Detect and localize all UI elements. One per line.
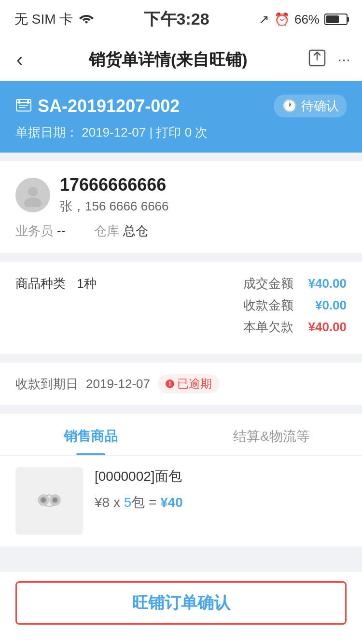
- product-qty: 5: [124, 495, 132, 510]
- svg-point-5: [28, 187, 38, 196]
- bottom-bar: 旺铺订单确认: [0, 571, 362, 644]
- salesperson-value: --: [57, 224, 65, 238]
- product-item: [0000002]面包 ¥8 x 5包 = ¥40: [15, 467, 347, 535]
- more-icon[interactable]: ···: [337, 51, 350, 69]
- deal-amount-label: 成交金额: [243, 275, 293, 292]
- product-image: [15, 467, 83, 535]
- status-right: ↗ ⏰ 66%: [259, 12, 348, 27]
- battery-percentage: 66%: [294, 12, 320, 27]
- owed-amount-value: ¥40.00: [308, 320, 347, 335]
- owed-amount-row: 本单欠款 ¥40.00: [243, 319, 347, 336]
- order-date: 单据日期： 2019-12-07 | 打印 0 次: [15, 124, 347, 141]
- customer-phone: 17666666666: [60, 175, 169, 195]
- warehouse-value: 总仓: [123, 223, 148, 239]
- customer-info: 17666666666 张，156 6666 6666: [60, 175, 169, 215]
- carrier-text: 无 SIM 卡: [14, 10, 73, 28]
- svg-rect-4: [27, 100, 29, 104]
- owed-amount-label: 本单欠款: [243, 319, 293, 336]
- wifi-icon: [79, 12, 94, 27]
- product-info: [0000002]面包 ¥8 x 5包 = ¥40: [95, 467, 347, 512]
- order-icon: [15, 96, 32, 116]
- tab-sales-products[interactable]: 销售商品: [0, 414, 181, 455]
- nav-bar: ‹ 销货单详情(来自旺铺) ···: [0, 39, 362, 81]
- warehouse-label: 仓库: [94, 223, 119, 239]
- clock-icon: 🕐: [282, 98, 297, 113]
- product-total: ¥40: [160, 495, 183, 510]
- salesperson-label: 业务员: [15, 223, 53, 239]
- svg-point-11: [42, 498, 45, 502]
- summary-content: 商品种类 1种 成交金额 ¥40.00 收款金额 ¥0.00 本单欠款 ¥40.…: [0, 262, 362, 354]
- tabs-section: 销售商品 结算&物流等: [0, 414, 362, 546]
- battery-icon: [324, 14, 348, 25]
- product-type-row: 商品种类 1种: [15, 275, 97, 292]
- customer-name: 张，156 6666 6666: [60, 198, 169, 215]
- summary-section: 商品种类 1种 成交金额 ¥40.00 收款金额 ¥0.00 本单欠款 ¥40.…: [0, 262, 362, 354]
- received-amount-label: 收款金额: [243, 297, 293, 314]
- page-title: 销货单详情(来自旺铺): [89, 49, 248, 71]
- order-id: SA-20191207-002: [15, 96, 180, 116]
- status-left: 无 SIM 卡: [14, 10, 94, 28]
- order-header-banner: SA-20191207-002 🕐 待确认 单据日期： 2019-12-07 |…: [0, 81, 362, 153]
- svg-point-12: [53, 498, 57, 502]
- svg-rect-3: [18, 100, 20, 104]
- received-amount-row: 收款金额 ¥0.00: [243, 297, 347, 314]
- svg-point-0: [85, 21, 88, 24]
- status-bar: 无 SIM 卡 下午3:28 ↗ ⏰ 66%: [0, 0, 362, 39]
- warehouse-item: 仓库 总仓: [94, 223, 148, 239]
- summary-right: 成交金额 ¥40.00 收款金额 ¥0.00 本单欠款 ¥40.00: [243, 275, 347, 340]
- due-date-value: 2019-12-07: [86, 377, 150, 392]
- deal-amount-row: 成交金额 ¥40.00: [243, 275, 347, 292]
- overdue-text: 已逾期: [177, 376, 212, 392]
- overdue-dot-icon: !: [166, 379, 174, 388]
- location-icon: ↗: [259, 12, 269, 27]
- salesperson-item: 业务员 --: [15, 223, 65, 239]
- received-amount-value: ¥0.00: [315, 298, 347, 313]
- due-date-section: 收款到期日 2019-12-07 ! 已逾期: [0, 363, 362, 405]
- deal-amount-value: ¥40.00: [308, 276, 347, 291]
- product-price: ¥8 x 5包 = ¥40: [95, 493, 347, 512]
- nav-actions: ···: [308, 49, 350, 70]
- order-status-badge: 🕐 待确认: [274, 95, 347, 117]
- status-time: 下午3:28: [144, 8, 209, 30]
- product-name: [0000002]面包: [95, 467, 347, 486]
- product-list: [0000002]面包 ¥8 x 5包 = ¥40: [0, 456, 362, 546]
- overdue-badge: ! 已逾期: [158, 374, 220, 393]
- alarm-icon: ⏰: [274, 12, 290, 27]
- confirm-order-button[interactable]: 旺铺订单确认: [15, 581, 347, 625]
- svg-point-6: [24, 197, 42, 207]
- order-id-row: SA-20191207-002 🕐 待确认: [15, 95, 347, 117]
- tabs-row: 销售商品 结算&物流等: [0, 414, 362, 456]
- customer-section: 17666666666 张，156 6666 6666 业务员 -- 仓库 总仓: [0, 161, 362, 253]
- avatar: [15, 178, 50, 212]
- customer-meta: 业务员 -- 仓库 总仓: [15, 223, 347, 239]
- back-button[interactable]: ‹: [12, 44, 28, 75]
- summary-left: 商品种类 1种: [15, 275, 97, 296]
- tab-settlement-logistics[interactable]: 结算&物流等: [181, 414, 362, 455]
- due-date-label: 收款到期日: [15, 376, 78, 392]
- customer-row: 17666666666 张，156 6666 6666: [15, 175, 347, 215]
- share-icon[interactable]: [308, 49, 326, 70]
